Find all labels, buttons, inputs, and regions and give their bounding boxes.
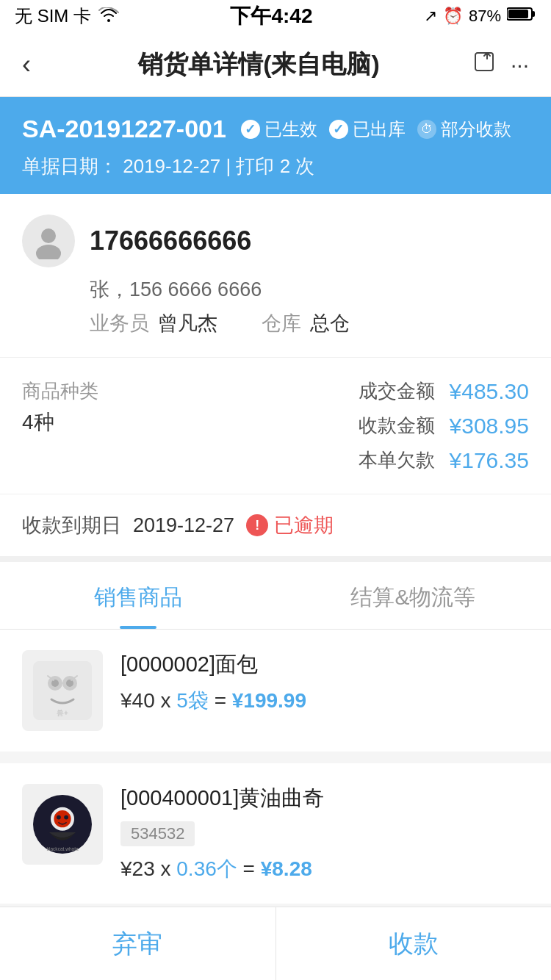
customer-id: 17666666666 [90, 226, 251, 256]
status-bar: 无 SIM 卡 下午4:42 ↗ ⏰ 87% [0, 0, 551, 32]
svg-point-5 [36, 245, 61, 259]
bottom-bar: 弃审 收款 [0, 907, 551, 980]
product-item-2: blackcat.whata [000400001]黄油曲奇 534532 ¥2… [0, 763, 551, 904]
due-date-label: 收款到期日 [22, 512, 121, 538]
avatar [22, 215, 75, 267]
customer-meta: 业务员 曾凡杰 仓库 总仓 [90, 310, 529, 336]
customer-contact: 张，156 6666 6666 [90, 276, 529, 303]
product-type-value: 4种 [22, 408, 98, 436]
battery-level: 87% [469, 7, 501, 26]
product-item-1: 兽+ [0000002]面包 ¥40 x 5袋 = ¥199.99 [0, 630, 551, 752]
product-list: 兽+ [0000002]面包 ¥40 x 5袋 = ¥199.99 [0, 630, 551, 904]
due-date-section: 收款到期日 2019-12-27 ! 已逾期 [0, 494, 551, 562]
cancel-audit-button[interactable]: 弃审 [0, 907, 276, 980]
wifi-icon [98, 6, 119, 26]
badge-shipped: 已出库 [329, 118, 406, 141]
sales-person: 业务员 曾凡杰 [90, 310, 217, 336]
share-button[interactable] [472, 50, 496, 79]
nav-bar: ‹ 销货单详情(来自电脑) ··· [0, 32, 551, 97]
received-amount-value: ¥308.95 [450, 414, 529, 439]
deal-amount-value: ¥485.30 [450, 379, 529, 404]
customer-row: 17666666666 [22, 215, 529, 267]
deal-amount-label: 成交金额 [359, 378, 435, 404]
battery-icon [507, 7, 536, 26]
status-bar-right: ↗ ⏰ 87% [424, 7, 536, 26]
svg-point-10 [66, 680, 73, 687]
badge-partial-payment: ⏱ 部分收款 [417, 118, 511, 141]
clock-icon: ⏱ [417, 120, 436, 139]
svg-rect-2 [508, 10, 528, 18]
more-button[interactable]: ··· [511, 52, 529, 77]
nav-actions: ··· [472, 50, 529, 79]
svg-point-14 [54, 810, 71, 827]
alarm-icon: ⏰ [443, 7, 463, 26]
product-name-2: [000400001]黄油曲奇 [120, 784, 529, 813]
status-bar-left: 无 SIM 卡 [15, 4, 119, 28]
overdue-icon: ! [246, 514, 268, 536]
customer-section: 17666666666 张，156 6666 6666 业务员 曾凡杰 仓库 总… [0, 194, 551, 358]
tabs: 销售商品 结算&物流等 [0, 562, 551, 630]
page-title: 销货单详情(来自电脑) [46, 48, 472, 82]
back-button[interactable]: ‹ [22, 49, 31, 80]
order-id: SA-20191227-001 [22, 115, 226, 143]
product-tag-2: 534532 [120, 821, 195, 846]
svg-rect-1 [532, 11, 535, 17]
product-name-1: [0000002]面包 [120, 650, 529, 680]
status-bar-time: 下午4:42 [230, 2, 312, 30]
order-badges: 已生效 已出库 ⏱ 部分收款 [241, 118, 511, 141]
summary-section: 商品种类 4种 成交金额 ¥485.30 收款金额 ¥308.95 本单欠款 ¥… [0, 358, 551, 494]
check-icon-2 [329, 120, 348, 139]
received-amount-label: 收款金额 [359, 413, 435, 439]
svg-point-16 [64, 815, 68, 820]
badge-effected: 已生效 [241, 118, 317, 141]
summary-right: 成交金额 ¥485.30 收款金额 ¥308.95 本单欠款 ¥176.35 [359, 378, 529, 473]
order-header: SA-20191227-001 已生效 已出库 ⏱ 部分收款 单据日期： 201… [0, 97, 551, 194]
svg-text:兽+: 兽+ [57, 709, 68, 717]
location-icon: ↗ [424, 7, 437, 26]
product-price-1: ¥40 x 5袋 = ¥199.99 [120, 687, 529, 715]
warehouse: 仓库 总仓 [262, 310, 350, 336]
overdue-text: 已逾期 [274, 512, 334, 538]
summary-left: 商品种类 4种 [22, 378, 98, 436]
overdue-badge: ! 已逾期 [246, 512, 334, 538]
due-date-value: 2019-12-27 [133, 514, 234, 537]
tab-products[interactable]: 销售商品 [0, 562, 276, 629]
sim-status: 无 SIM 卡 [15, 4, 91, 28]
svg-text:blackcat.whata: blackcat.whata [46, 846, 79, 851]
product-thumb-2: blackcat.whata [22, 784, 103, 865]
product-info-2: [000400001]黄油曲奇 534532 ¥23 x 0.36个 = ¥8.… [120, 784, 529, 883]
product-thumb-1: 兽+ [22, 650, 103, 731]
svg-point-9 [51, 680, 59, 687]
due-amount-row: 本单欠款 ¥176.35 [359, 447, 529, 473]
collect-payment-button[interactable]: 收款 [276, 907, 552, 980]
due-amount-label: 本单欠款 [359, 447, 435, 473]
tab-settlement[interactable]: 结算&物流等 [276, 562, 551, 629]
due-amount-value: ¥176.35 [450, 448, 529, 473]
deal-amount-row: 成交金额 ¥485.30 [359, 378, 529, 404]
svg-point-4 [41, 228, 56, 243]
product-type-label: 商品种类 [22, 378, 98, 404]
check-icon-1 [241, 120, 260, 139]
order-date-row: 单据日期： 2019-12-27 | 打印 2 次 [22, 154, 529, 179]
product-price-2: ¥23 x 0.36个 = ¥8.28 [120, 855, 529, 883]
product-info-1: [0000002]面包 ¥40 x 5袋 = ¥199.99 [120, 650, 529, 715]
received-amount-row: 收款金额 ¥308.95 [359, 413, 529, 439]
svg-point-15 [57, 815, 61, 820]
